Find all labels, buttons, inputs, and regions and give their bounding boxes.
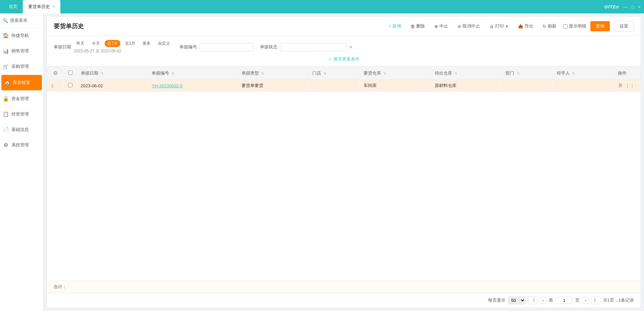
- shortcut-more[interactable]: 更多: [140, 40, 153, 47]
- prev-page-button[interactable]: ‹: [540, 297, 546, 304]
- page-size-select[interactable]: 10 20 50 100: [508, 297, 526, 304]
- row-pending-warehouse: 原材料仓库: [430, 80, 501, 92]
- export-icon: 📤: [518, 24, 523, 29]
- page-header: 要货单历史 + 新增 🗑 删除 ⊗ 中止 ⊘ 取消中止: [47, 17, 641, 36]
- more-action-icon[interactable]: ⋮⋮: [625, 83, 635, 88]
- col-req-warehouse[interactable]: 要货仓库 ⇅: [359, 66, 430, 80]
- col-store-sort-icon: ⇅: [324, 72, 326, 75]
- export-button[interactable]: 📤 导出: [515, 22, 536, 31]
- shortcut-custom[interactable]: 自定义: [155, 40, 173, 47]
- docnum-label: 单据编号: [179, 44, 197, 50]
- cancel-stop-button[interactable]: ⊘ 取消中止: [455, 22, 483, 31]
- print-button[interactable]: 🖨 打印 ▼: [487, 22, 511, 31]
- col-req-warehouse-sort-icon: ⇅: [383, 72, 386, 75]
- pagination: 每页显示 10 20 50 100 《 ‹ 第 页 › 》 共1页，1条记录: [47, 293, 641, 308]
- sidebar-item-quick-nav[interactable]: 🏠 快捷导航: [0, 28, 43, 43]
- col-doctype[interactable]: 单据类型 ⇅: [237, 66, 308, 80]
- col-handler[interactable]: 经手人 ⇅: [552, 66, 613, 80]
- purchase-icon: 🛒: [3, 63, 9, 70]
- page-input[interactable]: [556, 297, 573, 304]
- date-filter: 单据日期 昨天 今天 近7天 近1月 更多 自定义 2023-05-27 至 2…: [54, 40, 173, 54]
- refresh-button[interactable]: ↻ 刷新: [540, 22, 559, 31]
- select-all-checkbox[interactable]: [68, 71, 72, 75]
- shortcut-yesterday[interactable]: 昨天: [74, 40, 87, 47]
- tab-close-icon[interactable]: ×: [53, 4, 55, 9]
- sidebar-item-basic-info[interactable]: 📄 基础信息: [0, 122, 43, 137]
- sidebar-item-operations[interactable]: 📋 经营管理: [0, 106, 43, 122]
- display-detail-checkbox[interactable]: [563, 24, 568, 29]
- status-filter: 单据状态 ▼: [260, 43, 353, 51]
- col-pending-warehouse[interactable]: 待出仓库 ⇅: [430, 66, 501, 80]
- col-checkbox: [64, 66, 76, 80]
- status-input[interactable]: [280, 43, 347, 51]
- col-date[interactable]: 单据日期 ⇅: [76, 66, 148, 80]
- table-settings-icon[interactable]: ⚙: [51, 70, 60, 76]
- sidebar-item-finance[interactable]: 🔒 资金管理: [0, 91, 43, 106]
- view-action-icon[interactable]: 🖹: [618, 83, 623, 88]
- basic-info-icon: 📄: [3, 127, 9, 133]
- row-docnum-link[interactable]: YH-20230602-0: [152, 83, 182, 88]
- search-icon: 🔍: [3, 18, 8, 23]
- status-dropdown-icon[interactable]: ▼: [348, 45, 353, 50]
- col-docnum[interactable]: 单据编号 ⇅: [148, 66, 237, 80]
- row-checkbox-input[interactable]: [68, 83, 72, 87]
- sidebar-item-purchase-label: 采购管理: [11, 63, 29, 70]
- last-page-button[interactable]: 》: [591, 296, 600, 304]
- sidebar-item-basic-info-label: 基础信息: [11, 127, 29, 133]
- new-button[interactable]: + 新增: [386, 22, 404, 31]
- row-checkbox: [64, 80, 76, 92]
- inventory-icon: 🏠: [4, 80, 10, 86]
- col-req-warehouse-label: 要货仓库: [364, 71, 381, 76]
- sidebar-search[interactable]: 🔍 搜索菜单: [0, 13, 43, 28]
- table-body: 1 2023-06-02 YH-20230602-0 要货单要货 车间库 原材料…: [47, 80, 641, 92]
- operations-icon: 📋: [3, 111, 9, 117]
- shortcut-7days[interactable]: 近7天: [105, 40, 120, 47]
- delete-icon: 🗑: [411, 24, 415, 29]
- toolbar: + 新增 🗑 删除 ⊗ 中止 ⊘ 取消中止 🖨 打: [386, 21, 634, 32]
- row-num-value: 1: [51, 83, 53, 88]
- maximize-button[interactable]: □: [632, 4, 634, 9]
- close-button[interactable]: ×: [638, 4, 641, 9]
- shortcut-1month[interactable]: 近1月: [122, 40, 138, 47]
- print-label: 打印: [495, 23, 504, 29]
- col-settings: ⚙: [47, 66, 64, 80]
- row-ops: 🖹 ⋮⋮: [614, 80, 641, 92]
- next-page-button[interactable]: ›: [582, 297, 588, 304]
- status-label: 单据状态: [260, 44, 277, 50]
- col-docnum-sort-icon: ⇅: [172, 72, 174, 75]
- display-detail-toggle[interactable]: 显示明细: [563, 23, 586, 29]
- sidebar-item-sales[interactable]: 📊 销售管理: [0, 43, 43, 59]
- sidebar-item-purchase[interactable]: 🛒 采购管理: [0, 59, 43, 74]
- delete-label: 删除: [416, 23, 425, 29]
- action-icons: 🖹 ⋮⋮: [618, 83, 636, 88]
- settings-button[interactable]: 设置: [614, 21, 634, 32]
- col-date-label: 单据日期: [81, 71, 98, 76]
- date-shortcuts: 昨天 今天 近7天 近1月 更多 自定义: [74, 40, 173, 47]
- col-store-label: 门店: [312, 71, 321, 76]
- print-dropdown-icon: ▼: [505, 25, 508, 28]
- expand-button[interactable]: ✓ 展开更多条件: [328, 56, 360, 62]
- sidebar-item-inventory[interactable]: 🏠 库存核算: [1, 75, 42, 90]
- window-controls: OfTEn — □ ×: [604, 4, 641, 9]
- query-button[interactable]: 查询: [590, 21, 610, 31]
- col-store[interactable]: 门店 ⇅: [308, 66, 359, 80]
- docnum-filter: 单据编号: [179, 43, 253, 51]
- col-pending-warehouse-sort-icon: ⇅: [454, 72, 457, 75]
- col-ops: 操作: [614, 66, 641, 80]
- col-dept[interactable]: 部门 ⇅: [501, 66, 552, 80]
- first-page-button[interactable]: 《: [528, 296, 537, 304]
- shortcut-today[interactable]: 今天: [89, 40, 103, 47]
- finance-icon: 🔒: [3, 96, 9, 102]
- filter-expand-row: ✓ 展开更多条件: [54, 54, 634, 62]
- sidebar-search-label: 搜索菜单: [10, 17, 28, 24]
- minimize-button[interactable]: —: [623, 4, 628, 9]
- tab-requisition-history[interactable]: 要货单历史 ×: [23, 0, 60, 13]
- total-info: 共1页，1条记录: [603, 297, 634, 303]
- tab-home[interactable]: 首页: [3, 0, 23, 13]
- sidebar-item-system[interactable]: ⚙ 系统管理: [0, 137, 43, 153]
- docnum-input[interactable]: [200, 43, 253, 51]
- cancel-stop-icon: ⊘: [458, 24, 461, 29]
- table-area: ⚙ 单据日期 ⇅ 单据编号: [47, 66, 641, 281]
- stop-button[interactable]: ⊗ 中止: [432, 22, 451, 31]
- delete-button[interactable]: 🗑 删除: [408, 22, 428, 31]
